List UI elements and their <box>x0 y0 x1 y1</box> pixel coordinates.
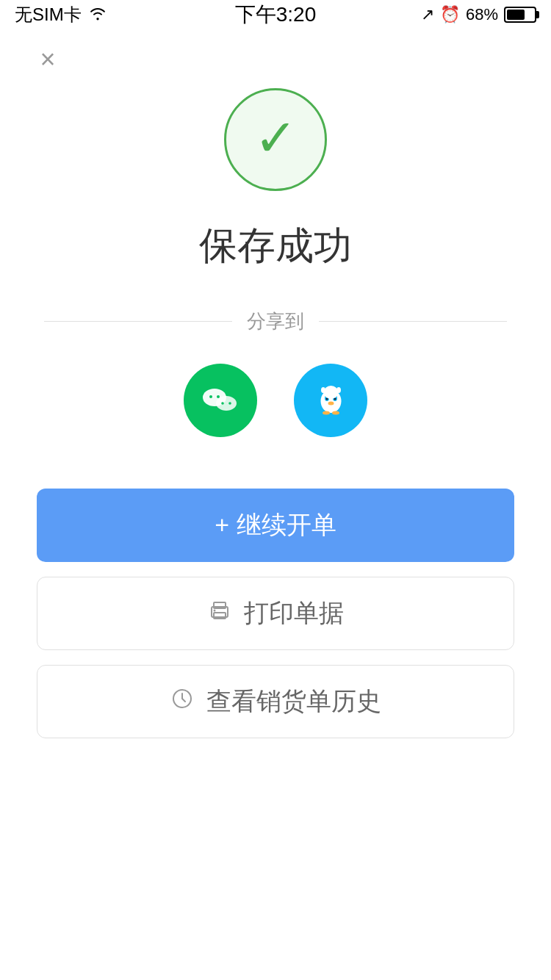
svg-point-20 <box>214 610 216 612</box>
continue-button[interactable]: + 继续开单 <box>37 489 514 562</box>
status-left: 无SIM卡 <box>15 3 108 26</box>
svg-point-1 <box>216 396 237 411</box>
print-button[interactable]: 打印单据 <box>37 577 514 650</box>
status-time: 下午3:20 <box>235 1 317 29</box>
close-icon: × <box>40 46 55 73</box>
divider-line-right <box>319 321 507 322</box>
svg-point-15 <box>323 411 330 414</box>
svg-point-3 <box>217 395 220 398</box>
svg-point-13 <box>321 387 325 393</box>
svg-point-12 <box>323 386 338 399</box>
divider-line-left <box>44 321 232 322</box>
location-icon: ↗ <box>421 5 434 24</box>
status-right: ↗ ⏰ 68% <box>421 5 536 24</box>
svg-point-2 <box>209 395 212 398</box>
alarm-icon: ⏰ <box>440 5 460 24</box>
qq-icon <box>311 381 351 421</box>
svg-point-4 <box>221 402 224 405</box>
carrier-text: 无SIM卡 <box>15 3 82 26</box>
svg-point-14 <box>336 387 341 393</box>
close-button[interactable]: × <box>29 41 66 78</box>
main-content: ✓ 保存成功 分享到 <box>0 29 551 738</box>
status-bar: 无SIM卡 下午3:20 ↗ ⏰ 68% <box>0 0 551 29</box>
share-icons <box>184 364 367 437</box>
action-buttons: + 继续开单 打印单据 查看销货单历史 <box>0 489 551 738</box>
success-circle: ✓ <box>224 88 327 191</box>
battery-fill <box>507 10 525 20</box>
share-label: 分享到 <box>232 309 319 334</box>
success-title: 保存成功 <box>199 220 352 272</box>
battery-percent: 68% <box>466 5 498 24</box>
history-icon <box>170 686 195 717</box>
print-label: 打印单据 <box>244 597 344 630</box>
print-icon <box>207 598 232 629</box>
continue-label: + 继续开单 <box>215 508 336 542</box>
wechat-share-button[interactable] <box>184 364 257 437</box>
share-divider: 分享到 <box>0 309 551 334</box>
svg-point-11 <box>328 401 334 405</box>
svg-point-16 <box>332 411 339 414</box>
battery-bar <box>504 7 536 23</box>
history-label: 查看销货单历史 <box>206 685 381 718</box>
checkmark-icon: ✓ <box>254 112 298 164</box>
qq-share-button[interactable] <box>294 364 367 437</box>
wifi-icon <box>87 4 108 25</box>
history-button[interactable]: 查看销货单历史 <box>37 665 514 738</box>
wechat-icon <box>198 378 242 422</box>
svg-point-5 <box>228 402 231 405</box>
